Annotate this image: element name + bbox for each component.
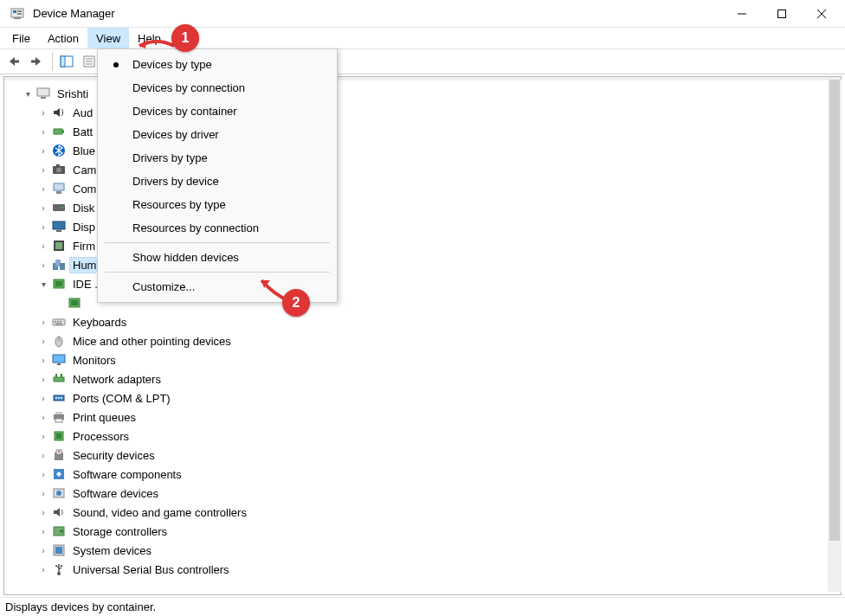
tree-item[interactable]: ›Software components [8,465,841,484]
svg-point-66 [56,491,61,496]
svg-rect-29 [53,221,65,229]
menu-item-label: Drivers by type [132,151,208,164]
chevron-right-icon[interactable]: › [37,316,49,328]
svg-rect-9 [15,61,19,63]
svg-rect-6 [778,10,786,17]
chevron-right-icon[interactable]: › [37,411,49,423]
chevron-right-icon[interactable]: › [37,525,49,537]
tree-item[interactable]: ›Security devices [8,446,841,465]
forward-button[interactable] [26,51,47,72]
tree-item-label: Universal Serial Bus controllers [73,563,229,576]
svg-rect-57 [55,412,62,414]
tree-item-label: Firm [73,240,95,253]
tree-item-label: IDE . [73,278,98,291]
chevron-right-icon[interactable]: › [37,202,49,214]
tree-item-label: Blue [73,144,95,157]
tree-item[interactable]: ›Universal Serial Bus controllers [8,560,841,579]
svg-rect-25 [54,183,64,190]
chevron-right-icon[interactable]: › [37,354,49,366]
tree-item-label: Com [73,183,96,196]
svg-rect-50 [55,374,57,377]
tree-item[interactable]: ›Monitors [8,350,841,369]
menu-item[interactable]: Devices by driver [98,123,337,146]
window-buttons [722,0,842,28]
chevron-right-icon[interactable]: › [37,468,49,480]
annotation-badge-1: 1 [171,24,199,52]
chevron-right-icon[interactable]: › [37,221,49,233]
menu-action[interactable]: Action [39,28,87,48]
tree-item[interactable]: ›Keyboards [8,312,841,331]
chevron-right-icon[interactable]: › [37,563,49,575]
chevron-right-icon[interactable]: › [37,240,49,252]
security-icon [51,447,67,463]
tree-item[interactable]: ›Print queues [8,407,841,427]
chevron-right-icon[interactable]: › [37,259,49,271]
audio-icon [51,105,67,120]
maximize-button[interactable] [762,0,802,28]
chevron-right-icon[interactable]: › [37,144,49,157]
menu-file[interactable]: File [3,28,39,48]
svg-rect-20 [62,131,64,133]
tree-item-label: Disk [73,202,94,215]
svg-rect-1 [13,10,16,13]
tree-item[interactable]: ›Ports (COM & LPT) [8,388,841,407]
chevron-right-icon[interactable]: › [37,392,49,404]
tree-item-label: Security devices [73,449,155,462]
svg-rect-17 [37,88,49,96]
tree-item-label: System devices [73,544,152,557]
chevron-right-icon[interactable]: › [37,430,49,442]
menu-item[interactable]: Devices by type [98,53,337,76]
window-title: Device Manager [31,7,722,20]
tree-item-label: Software components [73,468,182,481]
minimize-button[interactable] [722,0,762,28]
back-button[interactable] [3,51,24,72]
vertical-scrollbar[interactable] [828,80,842,592]
tree-item-label: Mice and other pointing devices [73,335,231,348]
tree-item[interactable]: ›Mice and other pointing devices [8,331,841,350]
chevron-right-icon[interactable]: › [37,335,49,347]
menu-item[interactable]: Drivers by type [98,146,337,170]
bullet-icon [113,62,119,67]
tree-item[interactable]: ›Network adapters [8,369,841,388]
chevron-right-icon[interactable]: › [37,183,49,195]
tree-item[interactable]: ›Processors [8,427,841,446]
chevron-down-icon[interactable]: ▾ [22,87,34,99]
chevron-down-icon[interactable]: ▾ [37,278,49,290]
svg-rect-41 [55,321,56,323]
tree-item[interactable]: ›Sound, video and game controllers [8,503,841,522]
menu-item[interactable]: Drivers by device [98,170,337,193]
svg-rect-47 [53,355,65,363]
chevron-right-icon[interactable]: › [37,449,49,461]
tree-item[interactable]: ›Software devices [8,484,841,503]
menu-item[interactable]: Show hidden devices [98,246,337,269]
chevron-right-icon[interactable]: › [37,164,49,176]
chevron-right-icon[interactable]: › [37,506,49,518]
svg-rect-44 [55,324,62,325]
chevron-right-icon[interactable]: › [37,106,49,119]
svg-rect-49 [54,377,64,382]
hid-icon [51,257,67,273]
menu-item-label: Devices by driver [132,128,219,141]
menu-item[interactable]: Devices by container [98,99,337,123]
svg-point-73 [55,565,57,567]
chevron-right-icon[interactable]: › [37,487,49,499]
tree-item[interactable]: ›System devices [8,541,841,560]
menu-item[interactable]: Resources by type [98,193,337,216]
chevron-right-icon[interactable]: › [37,544,49,556]
tree-item-label: Monitors [73,354,116,367]
tree-item[interactable]: ›Storage controllers [8,522,841,541]
menu-view[interactable]: View [87,28,129,48]
show-hide-console-tree-button[interactable] [56,51,77,72]
view-dropdown-menu: Devices by typeDevices by connectionDevi… [97,48,338,303]
usb-icon [51,561,67,577]
menu-item[interactable]: Resources by connection [98,216,337,240]
battery-icon [51,124,67,139]
tree-root-label: Srishti [57,87,88,100]
printer-icon [51,409,67,425]
menu-item[interactable]: Devices by connection [98,76,337,99]
chevron-right-icon[interactable]: › [37,125,49,138]
scrollbar-thumb[interactable] [829,80,840,541]
chevron-right-icon[interactable]: › [37,373,49,385]
svg-rect-39 [71,300,78,305]
close-button[interactable] [802,0,842,28]
